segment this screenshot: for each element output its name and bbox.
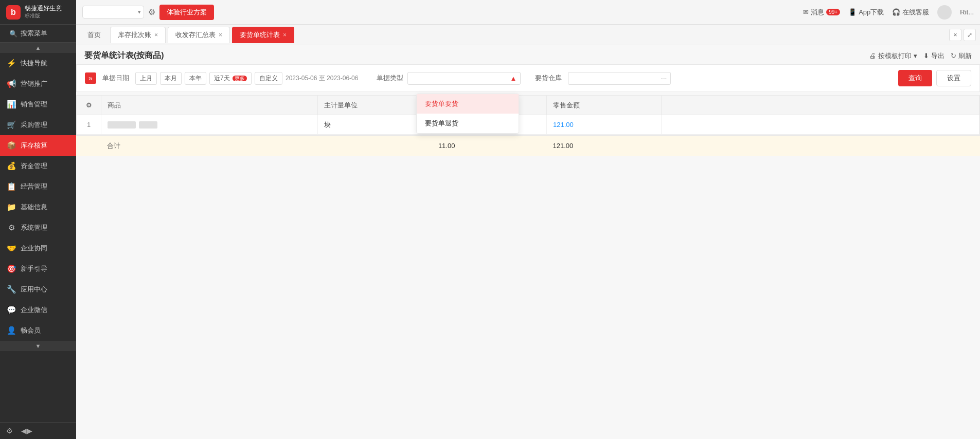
tab-fullscreen-btn[interactable]: ⤢ bbox=[964, 29, 976, 41]
dropdown-item-order-return[interactable]: 要货单退货 bbox=[417, 114, 519, 133]
tf-seq bbox=[76, 136, 101, 156]
dropdown-item-order-goods[interactable]: 要货单要货 bbox=[417, 94, 519, 114]
print-icon: 🖨 bbox=[869, 52, 876, 60]
this-year-btn[interactable]: 本年 bbox=[185, 72, 206, 85]
print-btn[interactable]: 🖨 按模板打印 ▾ bbox=[869, 51, 917, 61]
tab-receivable-summary[interactable]: 收发存汇总表 × bbox=[168, 27, 230, 43]
sidebar-item-purchase[interactable]: 🛒 采购管理 bbox=[0, 115, 76, 135]
tab-inventory-batch[interactable]: 库存批次账 × bbox=[110, 27, 166, 43]
filter-date-group: 上月 本月 本年 近7天 更多 自定义 2023-05-06 至 2023-06… bbox=[135, 72, 358, 85]
custom-btn[interactable]: 自定义 bbox=[255, 72, 282, 85]
message-btn[interactable]: ✉ 消息 99+ bbox=[803, 8, 840, 17]
filter-bar: » 单据日期 上月 本月 本年 近7天 更多 自定义 2023-05-06 至 … bbox=[76, 64, 980, 92]
warehouse-dots-icon[interactable]: ··· bbox=[661, 74, 667, 82]
tab-label: 收发存汇总表 bbox=[175, 30, 216, 40]
prev-month-btn[interactable]: 上月 bbox=[135, 72, 157, 85]
warehouse-label: 要货仓库 bbox=[535, 74, 562, 83]
type-chevron-icon[interactable]: ▲ bbox=[510, 75, 517, 82]
topbar-gear-icon[interactable]: ⚙ bbox=[148, 7, 155, 17]
sidebar-item-operations[interactable]: 📋 经营管理 bbox=[0, 176, 76, 197]
sidebar-item-sales[interactable]: 📊 销售管理 bbox=[0, 94, 76, 115]
tf-amount: 121.00 bbox=[547, 136, 662, 156]
export-btn[interactable]: ⬇ 导出 bbox=[923, 51, 945, 61]
sidebar-collapse-icon[interactable]: ◀▶ bbox=[21, 427, 32, 435]
search-menu[interactable]: 🔍 搜索菜单 bbox=[0, 25, 76, 43]
sidebar-item-inventory[interactable]: 📦 库存核算 bbox=[0, 135, 76, 156]
tab-home[interactable]: 首页 bbox=[80, 27, 108, 43]
sidebar-item-finance[interactable]: 💰 资金管理 bbox=[0, 156, 76, 176]
refresh-label: 刷新 bbox=[958, 51, 972, 61]
tab-label: 库存批次账 bbox=[118, 30, 151, 40]
marketing-icon: 📢 bbox=[6, 79, 16, 89]
avatar[interactable] bbox=[937, 5, 952, 20]
sidebar-item-label: 企业协同 bbox=[21, 244, 47, 253]
print-chevron-icon: ▾ bbox=[914, 52, 917, 60]
topbar-left: 41 ▾ ⚙ 体验行业方案 bbox=[82, 5, 214, 20]
search-menu-label: 搜索菜单 bbox=[21, 29, 47, 38]
tabbar: 首页 库存批次账 × 收发存汇总表 × 要货单统计表 × × ⤢ bbox=[76, 25, 980, 45]
app-download-label: App下载 bbox=[859, 8, 884, 17]
tab-expand-btn[interactable]: × bbox=[949, 29, 961, 41]
type-input[interactable] bbox=[407, 72, 521, 85]
tf-unit bbox=[317, 136, 432, 156]
th-unit: 主计量单位 bbox=[318, 96, 433, 115]
type-dropdown: 要货单要货 要货单退货 bbox=[416, 94, 519, 134]
enterprise-wechat-icon: 💬 bbox=[6, 305, 16, 315]
content-area: 要货单统计表(按商品) 🖨 按模板打印 ▾ ⬇ 导出 ↻ 刷新 » bbox=[76, 45, 980, 439]
sidebar-item-label: 基础信息 bbox=[21, 203, 47, 212]
online-service-btn[interactable]: 🎧 在线客服 bbox=[892, 8, 929, 17]
sidebar-item-quick-nav[interactable]: ⚡ 快捷导航 bbox=[0, 53, 76, 74]
th-product: 商品 bbox=[101, 96, 318, 115]
filter-toggle-btn[interactable]: » bbox=[85, 72, 96, 84]
filter-type-section: 单据类型 ▲ bbox=[377, 72, 521, 85]
settings-btn[interactable]: 设置 bbox=[936, 70, 971, 86]
sidebar-settings-icon[interactable]: ⚙ bbox=[6, 427, 13, 435]
sidebar-scroll-up[interactable]: ▲ bbox=[0, 43, 76, 53]
sidebar-item-newbie[interactable]: 🎯 新手引导 bbox=[0, 259, 76, 279]
table-footer: 合计 11.00 121.00 bbox=[76, 135, 980, 156]
th-gear[interactable]: ⚙ bbox=[77, 96, 101, 115]
tf-label: 合计 bbox=[101, 136, 317, 156]
sidebar-item-app-center[interactable]: 🔧 应用中心 bbox=[0, 279, 76, 300]
last7days-btn[interactable]: 近7天 更多 bbox=[209, 72, 252, 85]
sidebar-item-enterprise-wechat[interactable]: 💬 企业微信 bbox=[0, 300, 76, 320]
td-rest bbox=[662, 115, 979, 134]
user-name: Rit... bbox=[960, 8, 974, 16]
page-title: 要货单统计表(按商品) bbox=[84, 50, 164, 61]
sidebar-item-system[interactable]: ⚙ 系统管理 bbox=[0, 217, 76, 238]
tabbar-expand: × ⤢ bbox=[949, 29, 976, 41]
sidebar-item-label: 畅会员 bbox=[21, 326, 41, 335]
tab-order-stats[interactable]: 要货单统计表 × bbox=[232, 27, 294, 43]
sidebar-item-marketing[interactable]: 📢 营销推广 bbox=[0, 74, 76, 94]
sidebar-item-label: 快捷导航 bbox=[21, 59, 47, 68]
app-download-btn[interactable]: 📱 App下载 bbox=[848, 8, 884, 17]
warehouse-input[interactable] bbox=[568, 72, 671, 85]
sidebar-nav: ▲ ⚡ 快捷导航 📢 营销推广 📊 销售管理 🛒 采购管理 📦 库存核算 💰 资… bbox=[0, 43, 76, 422]
basic-info-icon: 📁 bbox=[6, 202, 16, 212]
sidebar-item-basic-info[interactable]: 📁 基础信息 bbox=[0, 197, 76, 217]
sidebar-item-enterprise-collab[interactable]: 🤝 企业协同 bbox=[0, 238, 76, 259]
table-header: ⚙ 商品 主计量单位 主数量 零售金额 bbox=[77, 96, 979, 115]
td-product bbox=[101, 115, 318, 134]
industry-btn[interactable]: 体验行业方案 bbox=[159, 5, 214, 20]
sidebar-scroll-down[interactable]: ▼ bbox=[0, 341, 76, 351]
topbar-right: ✉ 消息 99+ 📱 App下载 🎧 在线客服 Rit... bbox=[803, 5, 974, 20]
type-input-wrap: ▲ bbox=[407, 72, 521, 85]
tab-close-receivable[interactable]: × bbox=[219, 31, 222, 39]
operations-icon: 📋 bbox=[6, 181, 16, 192]
table-row: 1 块 11.00 121.00 bbox=[77, 115, 979, 135]
this-month-btn[interactable]: 本月 bbox=[160, 72, 182, 85]
query-btn[interactable]: 查询 bbox=[898, 70, 932, 86]
tab-close-order-stats[interactable]: × bbox=[283, 31, 287, 39]
td-seq: 1 bbox=[77, 115, 101, 134]
store-select[interactable]: 41 bbox=[82, 6, 144, 19]
app-center-icon: 🔧 bbox=[6, 284, 16, 295]
quick-nav-icon: ⚡ bbox=[6, 58, 16, 68]
td-unit: 块 bbox=[318, 115, 433, 134]
th-rest bbox=[662, 96, 979, 115]
refresh-btn[interactable]: ↻ 刷新 bbox=[951, 51, 972, 61]
app-download-icon: 📱 bbox=[848, 8, 857, 16]
sidebar-item-member[interactable]: 👤 畅会员 bbox=[0, 320, 76, 341]
tab-close-inventory-batch[interactable]: × bbox=[154, 31, 158, 39]
tab-label: 要货单统计表 bbox=[240, 30, 280, 40]
